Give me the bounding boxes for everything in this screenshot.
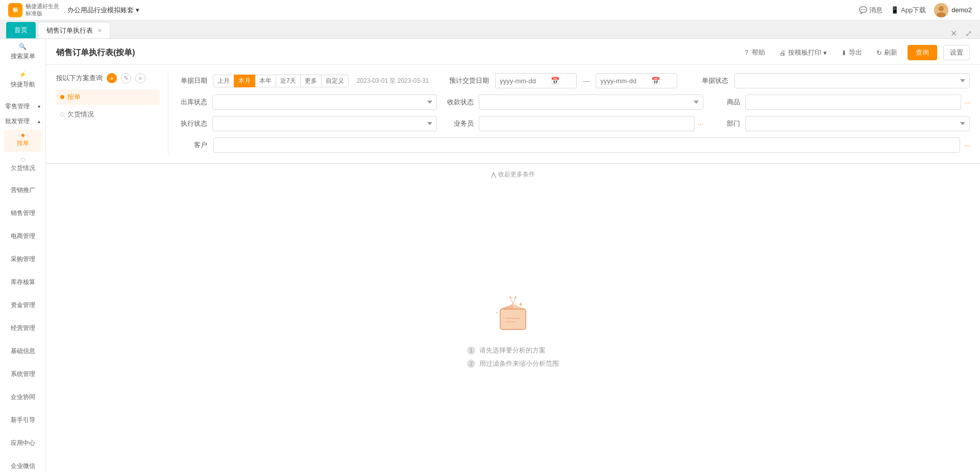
date-to-input-wrap[interactable]: 📅 — [596, 73, 677, 88]
hint-item-2: 2 用过滤条件来缩小分析范围 — [467, 359, 559, 368]
date-from-input-wrap[interactable]: 📅 — [495, 73, 577, 88]
department-label: 部门 — [709, 119, 740, 128]
date-dash: — — [583, 77, 590, 85]
salesperson-field: 业务员 ··· — [443, 116, 703, 131]
scheme-collapse-button[interactable]: « — [135, 73, 145, 83]
filter-fields: 单据日期 上月 本月 本年 近7天 更多 自定义 2023-03-01 至 20… — [168, 73, 970, 155]
sidebar-item-newbie[interactable]: 新手引导 — [2, 409, 43, 430]
sidebar-item-inventory[interactable]: 库存核算 — [2, 271, 43, 292]
dot-icon — [60, 95, 64, 99]
scheme-item-按单[interactable]: 按单 — [56, 89, 160, 105]
query-button[interactable]: 查询 — [908, 45, 937, 60]
single-status-label: 单据状态 — [698, 76, 728, 85]
sidebar-sub-item-欠货[interactable]: 欠货情况 — [4, 154, 41, 177]
app-selector[interactable]: 办公用品行业模拟账套 ▾ — [63, 4, 143, 17]
tab-close-icon[interactable]: × — [98, 27, 102, 34]
chevron-down-icon: ▾ — [136, 6, 139, 14]
refresh-button[interactable]: ↻ 刷新 — [872, 46, 901, 59]
sidebar-item-enterprise[interactable]: 企业协同 — [2, 386, 43, 407]
payment-status-field: 收款状态 — [443, 95, 703, 110]
user-area[interactable]: demo2 — [934, 3, 972, 17]
top-bar-right: 💬 消息 📱 App下载 demo2 — [859, 3, 972, 17]
page-title: 销售订单执行表(按单) — [56, 48, 135, 58]
scheme-item-欠货[interactable]: 欠货情况 — [56, 107, 160, 122]
date-tab-custom[interactable]: 自定义 — [321, 75, 349, 87]
date-tab-this-year[interactable]: 本年 — [255, 75, 276, 87]
sidebar-item-retail[interactable]: 零售管理 ▾ — [0, 99, 45, 114]
goods-more-icon[interactable]: ··· — [964, 99, 970, 106]
sidebar-item-finance[interactable]: 资金管理 — [2, 294, 43, 315]
scheme-edit-button[interactable]: ✎ — [121, 73, 131, 83]
page-header: 销售订单执行表(按单) ？ 帮助 🖨 按模板打印 ▾ ⬇ 导出 ↻ 刷新 — [46, 39, 980, 65]
salesperson-input[interactable] — [479, 116, 695, 131]
sidebar-search[interactable]: 🔍 搜索菜单 — [0, 39, 45, 65]
payment-status-select[interactable] — [479, 95, 703, 110]
close-window-icon[interactable]: ✕ — [948, 29, 959, 38]
filter-row-date: 单据日期 上月 本月 本年 近7天 更多 自定义 2023-03-01 至 20… — [177, 73, 970, 88]
sidebar-item-purchase[interactable]: 采购管理 — [2, 248, 43, 269]
collapse-button[interactable]: ⋀ 收起更多条件 — [485, 168, 541, 181]
page-actions: ？ 帮助 🖨 按模板打印 ▾ ⬇ 导出 ↻ 刷新 查询 设置 — [739, 45, 970, 60]
single-status-select[interactable] — [734, 73, 970, 88]
sidebar-item-app-center[interactable]: 应用中心 — [2, 432, 43, 453]
sidebar-item-quick-nav[interactable]: ⚡ 快捷导航 — [2, 66, 43, 94]
sidebar-item-wholesale[interactable]: 批发管理 ▴ — [0, 114, 45, 129]
msg-button[interactable]: 💬 消息 — [859, 6, 883, 15]
collapse-icon: ⋀ — [491, 171, 496, 178]
filter-panel: 按以下方案查询 + ✎ « 按单 欠货情况 单据日期 — [46, 65, 980, 163]
customer-input[interactable] — [213, 137, 960, 153]
goods-input[interactable] — [745, 95, 961, 110]
chevron-up-icon: ▴ — [38, 119, 40, 124]
sidebar-item-system[interactable]: 系统管理 — [2, 363, 43, 384]
execution-status-select[interactable] — [212, 116, 437, 131]
chevron-down-icon: ▾ — [823, 49, 827, 57]
content-area: 销售订单执行表(按单) ？ 帮助 🖨 按模板打印 ▾ ⬇ 导出 ↻ 刷新 — [46, 39, 980, 472]
export-button[interactable]: ⬇ 导出 — [837, 46, 866, 59]
estimated-delivery-label: 预计交货日期 — [449, 76, 489, 85]
date-tab-this-month[interactable]: 本月 — [234, 75, 255, 87]
salesperson-label: 业务员 — [443, 119, 474, 128]
help-icon: ？ — [743, 48, 750, 57]
sidebar-item-wechat[interactable]: 企业微信 — [2, 455, 43, 472]
goods-label: 商品 — [709, 98, 740, 107]
dot-outline-icon — [21, 158, 25, 162]
tab-home[interactable]: 首页 — [6, 22, 36, 38]
tab-active[interactable]: 销售订单执行表 × — [38, 22, 110, 38]
customer-more-icon[interactable]: ··· — [964, 141, 970, 149]
logo-icon: 畅 — [8, 3, 22, 17]
hint-num-2: 2 — [467, 360, 475, 368]
main-layout: 🔍 搜索菜单 ⚡ 快捷导航 零售管理 ▾ 批发管理 ▴ 按单 欠货情况 营销推广 — [0, 39, 980, 472]
sidebar-item-ecommerce[interactable]: 电商管理 — [2, 225, 43, 246]
filter-row-4: 客户 ··· — [177, 137, 970, 153]
sidebar-item-sales[interactable]: 销售管理 — [2, 202, 43, 223]
app-download-button[interactable]: 📱 App下载 — [891, 6, 926, 15]
sidebar-sub-item-按单[interactable]: 按单 — [4, 130, 41, 152]
date-tab-7days[interactable]: 近7天 — [276, 75, 301, 87]
logo-text: 畅捷通好生意 标准版 — [26, 3, 59, 16]
salesperson-more-icon[interactable]: ··· — [698, 120, 703, 128]
settings-button[interactable]: 设置 — [943, 45, 970, 60]
sidebar-item-marketing[interactable]: 营销推广 — [2, 179, 43, 200]
department-select[interactable] — [745, 116, 970, 131]
svg-text:✦: ✦ — [495, 311, 499, 315]
warehouse-status-select[interactable] — [212, 95, 437, 110]
maximize-window-icon[interactable]: ⤢ — [963, 29, 974, 38]
sidebar-item-basic-info[interactable]: 基础信息 — [2, 340, 43, 361]
chevron-down-icon: ▾ — [38, 104, 40, 109]
date-label: 单据日期 — [177, 76, 207, 85]
sidebar-item-operations[interactable]: 经营管理 — [2, 317, 43, 338]
logo-area: 畅 畅捷通好生意 标准版 — [8, 3, 59, 17]
date-tab-more[interactable]: 更多 — [300, 75, 322, 87]
date-from-input[interactable] — [500, 77, 551, 85]
help-button[interactable]: ？ 帮助 — [739, 46, 769, 59]
print-button[interactable]: 🖨 按模板打印 ▾ — [775, 46, 831, 59]
scheme-add-button[interactable]: + — [107, 73, 117, 83]
warehouse-status-label: 出库状态 — [177, 98, 207, 107]
date-tab-last-month[interactable]: 上月 — [213, 75, 234, 87]
date-to-input[interactable] — [600, 77, 651, 85]
department-field: 部门 — [709, 116, 970, 131]
calendar-icon-2: 📅 — [651, 77, 660, 85]
goods-field: 商品 ··· — [709, 95, 970, 110]
window-buttons: ✕ ⤢ — [948, 29, 974, 38]
top-bar: 畅 畅捷通好生意 标准版 办公用品行业模拟账套 ▾ 💬 消息 📱 App下载 — [0, 0, 980, 20]
